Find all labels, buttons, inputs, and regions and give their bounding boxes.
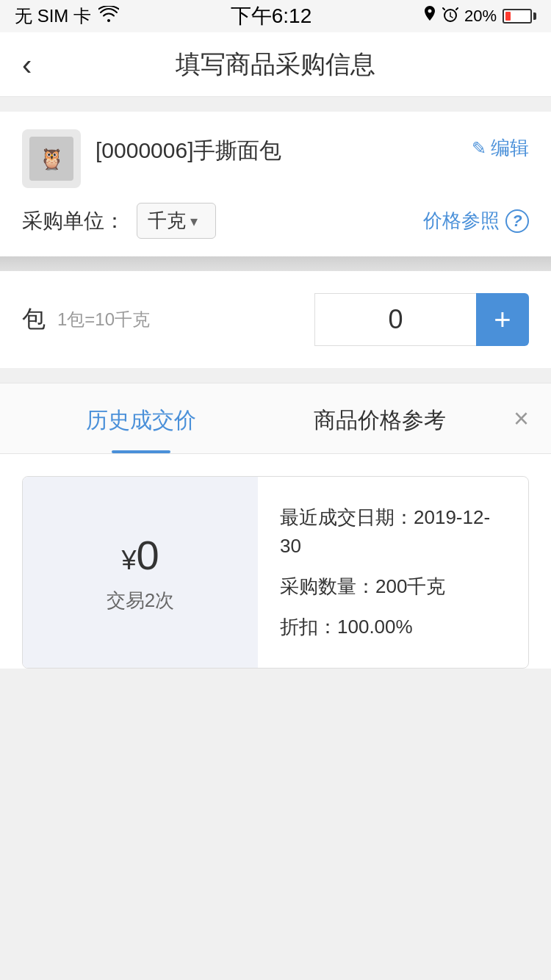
carrier-label: 无 SIM 卡: [15, 4, 91, 28]
status-bar: 无 SIM 卡 下午6:12 20%: [0, 0, 551, 32]
quantity-left: 包 1包=10千克: [22, 303, 150, 336]
unit-select-dropdown[interactable]: 千克 ▾: [137, 203, 216, 239]
recent-date-row: 最近成交日期：2019-12-30: [280, 503, 506, 561]
currency-symbol: ¥: [121, 545, 136, 575]
tab-bar: 历史成交价 商品价格参考 ×: [0, 383, 551, 454]
purchase-qty-label: 采购数量：: [280, 575, 375, 597]
purchase-qty-value: 200千克: [375, 575, 445, 597]
transaction-card: ¥0 交易2次 最近成交日期：2019-12-30 采购数量：200千克 折扣：…: [22, 476, 529, 669]
discount-label: 折扣：: [280, 616, 337, 638]
discount-value: 100.00%: [337, 616, 413, 638]
status-left: 无 SIM 卡: [15, 4, 119, 28]
product-header: 🦉 [0000006]手撕面包 ✎ 编辑: [22, 129, 529, 188]
dropdown-arrow-icon: ▾: [190, 212, 198, 230]
quantity-right: 0 +: [314, 293, 529, 346]
product-thumbnail: 🦉: [22, 129, 81, 188]
product-owl-icon: 🦉: [39, 147, 65, 171]
recent-date-label: 最近成交日期：: [280, 506, 414, 528]
wifi-icon: [98, 6, 119, 26]
alarm-icon: [442, 6, 458, 26]
nav-bar: ‹ 填写商品采购信息: [0, 32, 551, 97]
divider-stripe: [0, 256, 551, 271]
page-title: 填写商品采购信息: [176, 48, 375, 82]
status-right: 20%: [423, 6, 536, 26]
unit-label: 采购单位：: [22, 207, 125, 235]
discount-row: 折扣：100.00%: [280, 613, 506, 641]
battery-label: 20%: [464, 7, 497, 26]
purchase-unit-row: 采购单位： 千克 ▾ 价格参照 ?: [22, 203, 529, 239]
price-ref-label: 价格参照: [423, 208, 500, 234]
price-ref-info-icon: ?: [505, 209, 529, 233]
battery-indicator: [503, 9, 536, 24]
back-button[interactable]: ‹: [22, 50, 32, 79]
tab-history-price[interactable]: 历史成交价: [22, 383, 260, 453]
quantity-plus-button[interactable]: +: [476, 293, 529, 346]
edit-button[interactable]: ✎ 编辑: [472, 129, 529, 161]
tab-price-reference[interactable]: 商品价格参考: [260, 383, 498, 453]
edit-icon: ✎: [472, 138, 486, 159]
unit-value: 千克: [148, 208, 186, 234]
purchase-unit-left: 采购单位： 千克 ▾: [22, 203, 216, 239]
tab-close-button[interactable]: ×: [499, 391, 529, 447]
transaction-price: ¥0: [121, 531, 159, 579]
quantity-input[interactable]: 0: [314, 293, 476, 346]
product-left: 🦉 [0000006]手撕面包: [22, 129, 281, 188]
quantity-unit-label: 包: [22, 303, 46, 336]
bottom-panel: 历史成交价 商品价格参考 × ¥0 交易2次 最近成交日期：2019-12-30…: [0, 383, 551, 669]
location-icon: [423, 6, 436, 26]
status-time: 下午6:12: [231, 2, 312, 30]
purchase-qty-row: 采购数量：200千克: [280, 572, 506, 601]
price-reference-button[interactable]: 价格参照 ?: [423, 208, 529, 234]
product-name: [0000006]手撕面包: [96, 129, 281, 166]
transaction-left: ¥0 交易2次: [23, 477, 258, 668]
transaction-count: 交易2次: [107, 588, 174, 613]
transaction-right: 最近成交日期：2019-12-30 采购数量：200千克 折扣：100.00%: [258, 477, 528, 668]
product-thumb-inner: 🦉: [29, 137, 73, 181]
quantity-row: 包 1包=10千克 0 +: [0, 271, 551, 368]
plus-icon: +: [494, 303, 511, 336]
product-card: 🦉 [0000006]手撕面包 ✎ 编辑 采购单位： 千克 ▾ 价格参照 ?: [0, 112, 551, 256]
quantity-conversion-note: 1包=10千克: [57, 308, 150, 331]
